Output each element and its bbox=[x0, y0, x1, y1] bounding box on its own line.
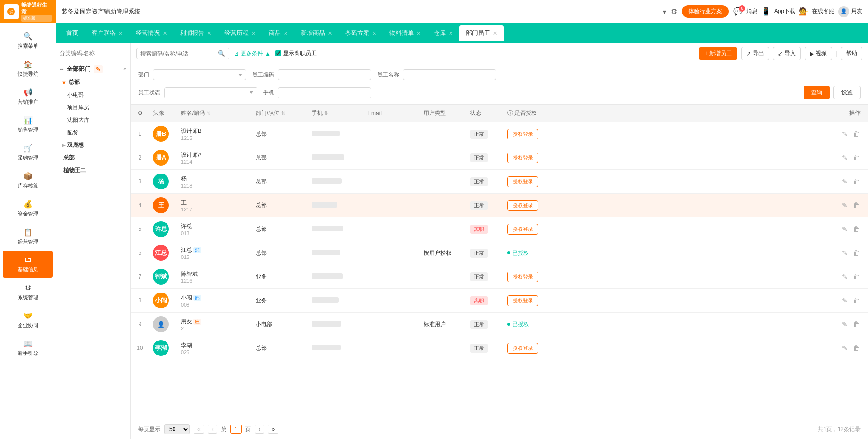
tab-warehouse[interactable]: 仓库 ✕ bbox=[427, 25, 459, 41]
sidebar-item-finance[interactable]: 💰 资金管理 bbox=[3, 195, 53, 222]
tab-barcode-close[interactable]: ✕ bbox=[372, 30, 376, 36]
message-btn[interactable]: 💬 6 bbox=[733, 7, 743, 16]
tab-warehouse-close[interactable]: ✕ bbox=[449, 30, 453, 36]
delete-btn[interactable]: 🗑 bbox=[852, 296, 861, 305]
delete-btn[interactable]: 🗑 bbox=[852, 129, 861, 139]
dept-node-shuangshuang[interactable]: ▶ 双鹿想 bbox=[58, 139, 128, 152]
delete-btn[interactable]: 🗑 bbox=[852, 272, 861, 281]
auth-btn[interactable]: 授权登录 bbox=[507, 224, 538, 235]
tab-history[interactable]: 经营历程 ✕ bbox=[218, 25, 262, 41]
help-btn[interactable]: 帮助 bbox=[841, 47, 862, 60]
tab-profit-close[interactable]: ✕ bbox=[207, 30, 211, 36]
set-btn[interactable]: 设置 bbox=[833, 86, 861, 99]
import-btn[interactable]: ↙ 导入 bbox=[773, 47, 801, 60]
dropdown-btn[interactable]: ▾ bbox=[663, 8, 666, 15]
settings-btn[interactable]: ⚙ bbox=[671, 7, 677, 16]
tab-new-goods[interactable]: 新增商品 ✕ bbox=[294, 25, 339, 41]
per-page-select[interactable]: 50 100 200 bbox=[164, 424, 190, 434]
prev-page-btn[interactable]: ‹ bbox=[208, 425, 217, 434]
auth-btn[interactable]: 授权登录 bbox=[507, 200, 538, 211]
sidebar-item-guide[interactable]: 📖 新手引导 bbox=[3, 334, 53, 362]
tab-business-close[interactable]: ✕ bbox=[163, 30, 167, 36]
edit-btn[interactable]: ✎ bbox=[841, 320, 848, 329]
tab-material[interactable]: 物料清单 ✕ bbox=[383, 25, 427, 41]
tab-home[interactable]: 首页 bbox=[60, 25, 85, 41]
dept-collapse-btn[interactable]: « bbox=[123, 66, 126, 72]
sidebar-item-purchase[interactable]: 🛒 采购管理 bbox=[3, 139, 53, 166]
search-icon[interactable]: 🔍 bbox=[218, 50, 225, 57]
filter-phone-input[interactable] bbox=[278, 87, 371, 98]
filter-empname-input[interactable] bbox=[403, 69, 496, 80]
user-menu[interactable]: 👤 用友 bbox=[838, 6, 862, 17]
delete-btn[interactable]: 🗑 bbox=[852, 177, 861, 186]
trial-btn[interactable]: 体验行业方案 bbox=[682, 5, 729, 18]
tab-barcode[interactable]: 条码方案 ✕ bbox=[339, 25, 383, 41]
app-download-btn[interactable]: 📱 bbox=[761, 7, 771, 16]
dept-node-dispatch[interactable]: 配货 bbox=[58, 126, 128, 139]
auth-btn[interactable]: 授权登录 bbox=[507, 295, 538, 306]
tab-goods[interactable]: 商品 ✕ bbox=[262, 25, 294, 41]
sidebar-item-basic[interactable]: 🗂 基础信息 bbox=[3, 251, 53, 278]
view-btn[interactable]: ▶ 视频 bbox=[805, 47, 832, 60]
sidebar-item-marketing[interactable]: 📢 营销推广 bbox=[3, 83, 53, 110]
delete-btn[interactable]: 🗑 bbox=[852, 224, 861, 234]
tab-profit[interactable]: 利润报告 ✕ bbox=[174, 25, 218, 41]
auth-btn[interactable]: 授权登录 bbox=[507, 272, 538, 282]
all-dept-label[interactable]: 全部部门 bbox=[67, 65, 91, 73]
delete-btn[interactable]: 🗑 bbox=[852, 320, 861, 329]
col-dept[interactable]: 部门/职位 ⇅ bbox=[252, 105, 308, 122]
dept-node-planting[interactable]: 植物王二 bbox=[58, 164, 128, 177]
filter-dept-select[interactable] bbox=[153, 69, 246, 80]
dept-edit-icon[interactable]: ✎ bbox=[94, 65, 103, 73]
delete-btn[interactable]: 🗑 bbox=[852, 201, 861, 210]
dept-node-project[interactable]: 项目库房 bbox=[58, 101, 128, 114]
delete-btn[interactable]: 🗑 bbox=[852, 153, 861, 162]
filter-btn[interactable]: ⊿ 更多条件 ▲ bbox=[234, 49, 271, 57]
tab-customer[interactable]: 客户联络 ✕ bbox=[85, 25, 129, 41]
edit-btn[interactable]: ✎ bbox=[841, 129, 848, 139]
tab-goods-close[interactable]: ✕ bbox=[284, 30, 288, 36]
col-phone[interactable]: 手机 ⇅ bbox=[308, 105, 364, 122]
edit-btn[interactable]: ✎ bbox=[841, 224, 848, 234]
tab-customer-close[interactable]: ✕ bbox=[118, 30, 123, 36]
online-service-btn[interactable]: 💁 bbox=[799, 7, 808, 16]
tab-business[interactable]: 经营情况 ✕ bbox=[129, 25, 174, 41]
add-employee-btn[interactable]: + 新增员工 bbox=[699, 47, 737, 60]
delete-btn[interactable]: 🗑 bbox=[852, 343, 861, 353]
sidebar-item-stock[interactable]: 📦 库存核算 bbox=[3, 167, 53, 194]
sidebar-item-quicknav[interactable]: 🏠 快捷导航 bbox=[3, 55, 53, 82]
col-settings[interactable]: ⚙ bbox=[131, 105, 149, 122]
search-input[interactable] bbox=[140, 50, 215, 57]
edit-btn[interactable]: ✎ bbox=[841, 296, 848, 305]
next-page-btn[interactable]: › bbox=[255, 425, 264, 434]
sidebar-item-collab[interactable]: 🤝 企业协同 bbox=[3, 307, 53, 334]
tab-new-goods-close[interactable]: ✕ bbox=[328, 30, 332, 36]
edit-btn[interactable]: ✎ bbox=[841, 153, 848, 162]
filter-status-select[interactable] bbox=[164, 87, 257, 98]
auth-btn[interactable]: 授权登录 bbox=[507, 176, 538, 187]
auth-btn[interactable]: 授权登录 bbox=[507, 343, 538, 354]
col-name[interactable]: 姓名/编码 ⇅ bbox=[177, 105, 252, 122]
sidebar-item-operation[interactable]: 📋 经营管理 bbox=[3, 223, 53, 250]
dept-node-zongbu2[interactable]: 总部 bbox=[58, 152, 128, 164]
query-btn[interactable]: 查询 bbox=[804, 86, 830, 99]
dept-node-zongbu-root[interactable]: ▼ 总部 bbox=[58, 76, 128, 89]
dept-search-input[interactable] bbox=[60, 50, 130, 56]
export-btn[interactable]: ↗ 导出 bbox=[741, 47, 769, 60]
edit-btn[interactable]: ✎ bbox=[841, 201, 848, 210]
dept-node-small-elec[interactable]: 小电部 bbox=[58, 89, 128, 101]
edit-btn[interactable]: ✎ bbox=[841, 343, 848, 353]
auth-btn[interactable]: 授权登录 bbox=[507, 129, 538, 139]
first-page-btn[interactable]: « bbox=[194, 425, 204, 434]
sidebar-item-sales[interactable]: 📊 销售管理 bbox=[3, 111, 53, 138]
show-resigned-checkbox[interactable]: 显示离职员工 bbox=[275, 49, 317, 57]
tab-history-close[interactable]: ✕ bbox=[251, 30, 256, 36]
show-resigned-input[interactable] bbox=[275, 50, 281, 56]
tab-material-close[interactable]: ✕ bbox=[417, 30, 421, 36]
tab-dept-staff[interactable]: 部门员工 ✕ bbox=[459, 25, 504, 41]
filter-empcode-input[interactable] bbox=[278, 69, 371, 80]
sidebar-item-search[interactable]: 🔍 搜索菜单 bbox=[3, 27, 53, 54]
edit-btn[interactable]: ✎ bbox=[841, 248, 848, 258]
sidebar-item-system[interactable]: ⚙ 系统管理 bbox=[3, 279, 53, 306]
delete-btn[interactable]: 🗑 bbox=[852, 248, 861, 258]
